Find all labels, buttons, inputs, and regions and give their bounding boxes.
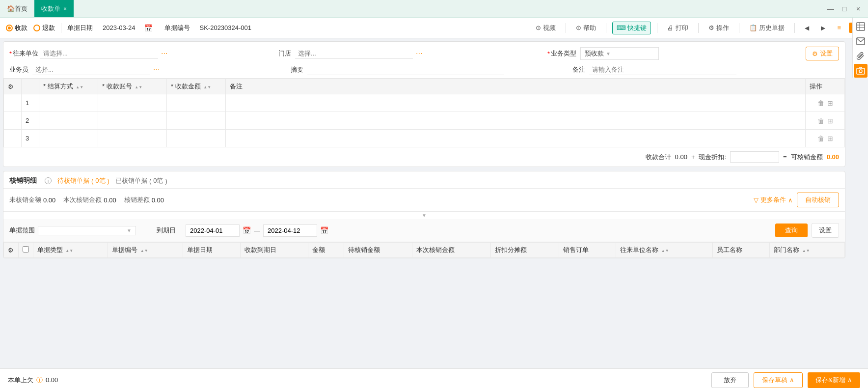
col-action-label: 操作 [810, 83, 822, 90]
row3-remark[interactable] [226, 130, 806, 147]
save-draft-button[interactable]: 保存草稿 ∧ [754, 372, 803, 388]
row1-copy-icon[interactable]: ⊞ [827, 99, 833, 107]
bottom-info: 本单上欠 ⓘ 0.00 [8, 376, 58, 385]
radio-receipt[interactable]: 收款 [6, 24, 27, 32]
plus-sign: + [691, 153, 695, 161]
staff-more-icon[interactable]: ··· [150, 65, 163, 74]
row1-method[interactable] [39, 94, 98, 112]
total-value: 0.00 [675, 153, 687, 161]
row3-method[interactable] [39, 130, 98, 147]
form-settings-button[interactable]: ⚙ 设置 [806, 47, 839, 60]
sidebar-camera-button[interactable] [854, 64, 868, 78]
row2-amount[interactable] [167, 112, 226, 130]
total-label: 收款合计 [646, 153, 671, 162]
window-maximize-button[interactable]: □ [839, 3, 850, 15]
sidebar-attachment-button[interactable] [854, 49, 868, 63]
query-button[interactable]: 查询 [775, 223, 808, 237]
col-amount-header: 金额 [308, 243, 344, 258]
tab-close-icon[interactable]: × [63, 5, 67, 12]
receipt-type-group: 收款 退款 [6, 24, 55, 32]
to-date-input[interactable] [263, 224, 317, 237]
sidebar-email-button[interactable] [854, 34, 868, 48]
save-new-arrow[interactable]: ∧ [847, 376, 852, 384]
col-current-header: 本次核销金额 [412, 243, 491, 258]
shop-more-icon[interactable]: ··· [413, 49, 425, 58]
net-value: 0.00 [827, 153, 839, 161]
summary-input[interactable] [307, 64, 504, 75]
sort-doctype-icon: ▲▼ [65, 249, 73, 253]
tab-pending[interactable]: 待核销单据 ( 0笔 ) [57, 176, 109, 185]
auto-cancel-button[interactable]: 自动核销 [797, 193, 839, 207]
layout-list-button[interactable]: ≡ [833, 22, 845, 33]
help-button[interactable]: ⊙ 帮助 [572, 22, 600, 34]
row2-method[interactable] [39, 112, 98, 130]
window-minimize-button[interactable]: — [825, 3, 837, 15]
row2-account[interactable] [98, 112, 167, 130]
tab-home[interactable]: 🏠 首页 [0, 0, 34, 17]
history-button[interactable]: 📋 历史单据 [745, 22, 788, 34]
shortcut-button[interactable]: ⌨ 快捷键 [612, 22, 651, 34]
table-row: 2 🗑 ⊞ [4, 112, 845, 130]
tab-receipt[interactable]: 收款单 × [34, 0, 74, 17]
counterpart-more-icon[interactable]: ··· [158, 49, 170, 58]
shop-input[interactable] [295, 48, 413, 59]
select-all-checkbox[interactable] [23, 246, 29, 252]
more-conditions-arrow: ∧ [788, 196, 793, 204]
from-calendar-icon[interactable]: 📅 [243, 226, 251, 234]
row2-delete-icon[interactable]: 🗑 [817, 117, 824, 125]
shortcut-label: 快捷键 [627, 24, 647, 32]
col-remark-label: 备注 [230, 83, 243, 90]
staff-input[interactable] [32, 64, 150, 75]
col-discount-label: 折扣分摊额 [495, 246, 527, 253]
row3-account[interactable] [98, 130, 167, 147]
radio-refund[interactable]: 退款 [33, 24, 55, 32]
row1-amount[interactable] [167, 94, 226, 112]
save-draft-label: 保存草稿 [762, 376, 787, 385]
current-label: 本次核销金额 [63, 196, 102, 204]
col-current-label: 本次核销金额 [416, 246, 455, 253]
verify-info-icon[interactable]: i [45, 177, 52, 184]
row1-account[interactable] [98, 94, 167, 112]
abandon-button[interactable]: 放弃 [711, 372, 749, 388]
counterpart-input[interactable] [40, 48, 158, 59]
verify-table-container: ⚙ 单据类型 ▲▼ 单据编号 ▲▼ [3, 242, 845, 258]
filter-buttons: 查询 设置 [775, 223, 839, 238]
col-staff-header: 员工名称 [712, 243, 770, 258]
tab-done[interactable]: 已核销单据 ( 0笔 ) [115, 176, 167, 185]
from-date-input[interactable] [186, 224, 240, 237]
biztype-select[interactable]: 预收款 ▼ [580, 47, 659, 60]
row2-remark[interactable] [226, 112, 806, 130]
col-account-header: * 收款账号 ▲▼ [98, 79, 167, 94]
print-button[interactable]: 🖨 打印 [663, 22, 692, 34]
row3-delete-icon[interactable]: 🗑 [817, 135, 824, 142]
abandon-label: 放弃 [724, 376, 736, 384]
divider-4 [657, 23, 657, 33]
row1-remark[interactable] [226, 94, 806, 112]
save-draft-arrow[interactable]: ∧ [789, 376, 794, 384]
save-new-button[interactable]: 保存&新增 ∧ [808, 372, 860, 388]
remark-input[interactable] [589, 64, 736, 75]
divider-7 [794, 23, 795, 33]
window-close-button[interactable]: × [852, 3, 864, 15]
nav-prev-button[interactable]: ◀ [801, 23, 813, 33]
sidebar-table-button[interactable] [854, 20, 868, 33]
nav-next-button[interactable]: ▶ [817, 23, 829, 33]
bottom-info-icon[interactable]: ⓘ [36, 376, 43, 385]
tab-pending-badge: ( [91, 177, 93, 185]
right-sidebar [852, 18, 868, 78]
filter-settings-button[interactable]: 设置 [812, 223, 839, 238]
range-select[interactable]: ▼ [38, 226, 136, 235]
calendar-icon[interactable]: 📅 [144, 24, 153, 32]
filter-collapse-arrow[interactable]: ▼ [3, 212, 845, 219]
row1-delete-icon[interactable]: 🗑 [817, 99, 824, 107]
to-calendar-icon[interactable]: 📅 [320, 226, 328, 234]
video-button[interactable]: ⊙ 视频 [532, 22, 560, 34]
row3-copy-icon[interactable]: ⊞ [827, 135, 833, 142]
more-conditions-button[interactable]: ▽ 更多条件 ∧ [754, 196, 793, 204]
row3-amount[interactable] [167, 130, 226, 147]
row2-copy-icon[interactable]: ⊞ [827, 117, 833, 125]
col-check-settings[interactable]: ⚙ [8, 247, 14, 254]
operation-button[interactable]: ⚙ 操作 [705, 22, 733, 34]
col-settings-header[interactable]: ⚙ [4, 79, 22, 94]
discount-input[interactable] [730, 151, 779, 163]
